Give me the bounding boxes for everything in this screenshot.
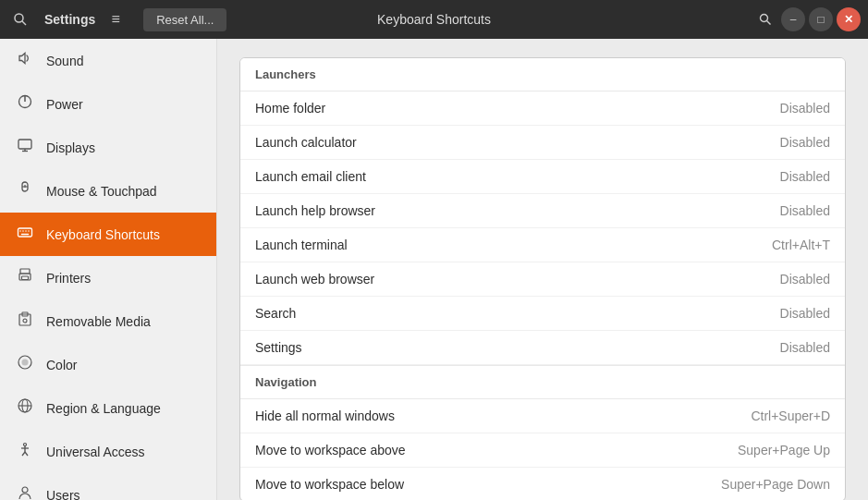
svg-point-23 xyxy=(23,319,27,323)
shortcut-value-launch-web: Disabled xyxy=(780,272,830,287)
shortcut-value-home-folder: Disabled xyxy=(780,101,830,116)
region-icon xyxy=(15,397,35,419)
shortcut-value-search: Disabled xyxy=(780,306,830,321)
svg-point-25 xyxy=(22,360,29,366)
app-name: Settings xyxy=(44,12,95,27)
power-icon xyxy=(15,93,35,115)
maximize-button[interactable]: □ xyxy=(809,7,833,31)
close-button[interactable]: ✕ xyxy=(837,7,861,31)
shortcut-value-workspace-below: Super+Page Down xyxy=(721,477,830,492)
titlebar-menu-button[interactable]: ≡ xyxy=(103,6,128,32)
shortcut-value-launch-email: Disabled xyxy=(780,169,830,184)
titlebar: Settings ≡ Reset All... Keyboard Shortcu… xyxy=(0,0,868,39)
sidebar-label-region: Region & Language xyxy=(46,401,161,416)
shortcut-value-settings: Disabled xyxy=(780,340,830,355)
shortcut-row-settings[interactable]: Settings Disabled xyxy=(240,331,845,365)
shortcut-name-launch-email: Launch email client xyxy=(255,169,780,184)
shortcut-row-home-folder[interactable]: Home folder Disabled xyxy=(240,91,845,126)
sidebar-label-removable-media: Removable Media xyxy=(46,314,151,329)
shortcut-name-workspace-below: Move to workspace below xyxy=(255,477,721,492)
sidebar-label-mouse: Mouse & Touchpad xyxy=(46,184,157,199)
shortcut-name-launch-calculator: Launch calculator xyxy=(255,135,780,150)
shortcut-row-launch-email[interactable]: Launch email client Disabled xyxy=(240,160,845,194)
shortcut-value-hide-windows: Ctrl+Super+D xyxy=(751,409,830,423)
shortcut-row-launch-calculator[interactable]: Launch calculator Disabled xyxy=(240,126,845,160)
svg-line-3 xyxy=(767,21,771,25)
shortcut-value-launch-help: Disabled xyxy=(780,203,830,218)
shortcut-name-launch-web: Launch web browser xyxy=(255,272,780,287)
shortcut-name-search: Search xyxy=(255,306,780,321)
svg-point-29 xyxy=(24,444,27,446)
shortcut-row-launch-terminal[interactable]: Launch terminal Ctrl+Alt+T xyxy=(240,228,845,262)
shortcut-row-search[interactable]: Search Disabled xyxy=(240,297,845,331)
titlebar-right: – □ ✕ xyxy=(753,7,861,31)
removable-media-icon xyxy=(15,311,35,332)
reset-all-button[interactable]: Reset All... xyxy=(143,8,226,31)
launchers-section-header: Launchers xyxy=(240,58,845,91)
shortcut-name-launch-terminal: Launch terminal xyxy=(255,238,772,252)
svg-rect-20 xyxy=(22,276,29,280)
shortcut-value-launch-terminal: Ctrl+Alt+T xyxy=(772,238,830,252)
content-area: Launchers Home folder Disabled Launch ca… xyxy=(217,39,868,500)
shortcut-name-home-folder: Home folder xyxy=(255,101,780,116)
shortcut-row-launch-help[interactable]: Launch help browser Disabled xyxy=(240,194,845,228)
window-title: Keyboard Shortcuts xyxy=(377,12,491,27)
color-icon xyxy=(15,354,35,375)
sidebar-label-displays: Displays xyxy=(46,140,95,155)
sidebar: Sound Power Displays xyxy=(0,39,217,500)
shortcut-name-launch-help: Launch help browser xyxy=(255,203,780,218)
svg-point-0 xyxy=(15,14,23,22)
sidebar-label-universal-access: Universal Access xyxy=(46,445,145,459)
sidebar-item-universal-access[interactable]: Universal Access xyxy=(0,430,216,473)
sidebar-label-printers: Printers xyxy=(46,271,91,286)
shortcut-row-workspace-below[interactable]: Move to workspace below Super+Page Down xyxy=(240,468,845,500)
navigation-section-header: Navigation xyxy=(240,365,845,399)
sidebar-item-mouse-touchpad[interactable]: Mouse & Touchpad xyxy=(0,169,216,213)
main-content: Sound Power Displays xyxy=(0,39,868,500)
svg-point-34 xyxy=(22,487,28,493)
sidebar-item-removable-media[interactable]: Removable Media xyxy=(0,299,216,343)
sidebar-item-users[interactable]: Users xyxy=(0,473,216,500)
svg-line-33 xyxy=(25,452,28,456)
shortcut-name-settings: Settings xyxy=(255,340,780,355)
svg-point-2 xyxy=(761,15,768,22)
svg-rect-6 xyxy=(18,140,31,149)
shortcut-name-hide-windows: Hide all normal windows xyxy=(255,409,751,423)
titlebar-left: Settings ≡ Reset All... xyxy=(7,6,226,32)
shortcut-row-hide-windows[interactable]: Hide all normal windows Ctrl+Super+D xyxy=(240,399,845,433)
shortcut-name-workspace-above: Move to workspace above xyxy=(255,443,738,457)
search-button[interactable] xyxy=(753,7,777,31)
shortcuts-card: Launchers Home folder Disabled Launch ca… xyxy=(239,57,846,500)
shortcut-row-launch-web[interactable]: Launch web browser Disabled xyxy=(240,262,845,297)
sidebar-label-users: Users xyxy=(46,488,80,501)
printer-icon xyxy=(15,267,35,288)
sidebar-label-keyboard: Keyboard Shortcuts xyxy=(46,227,160,242)
mouse-icon xyxy=(15,180,35,201)
sidebar-label-sound: Sound xyxy=(46,54,83,68)
svg-rect-18 xyxy=(20,269,30,274)
users-icon xyxy=(15,484,35,500)
sidebar-label-power: Power xyxy=(46,97,83,112)
sound-icon xyxy=(15,50,35,71)
sidebar-item-sound[interactable]: Sound xyxy=(0,39,216,82)
svg-line-32 xyxy=(22,452,25,456)
minimize-button[interactable]: – xyxy=(781,7,805,31)
sidebar-item-power[interactable]: Power xyxy=(0,82,216,126)
shortcut-value-workspace-above: Super+Page Up xyxy=(738,443,830,457)
shortcut-row-workspace-above[interactable]: Move to workspace above Super+Page Up xyxy=(240,433,845,468)
titlebar-search-icon[interactable] xyxy=(7,6,33,32)
sidebar-label-color: Color xyxy=(46,358,77,372)
sidebar-item-displays[interactable]: Displays xyxy=(0,126,216,169)
universal-access-icon xyxy=(15,441,35,462)
shortcut-value-launch-calculator: Disabled xyxy=(780,135,830,150)
svg-rect-12 xyxy=(18,228,32,237)
sidebar-item-color[interactable]: Color xyxy=(0,343,216,386)
sidebar-item-keyboard-shortcuts[interactable]: Keyboard Shortcuts xyxy=(0,213,216,256)
sidebar-item-region-language[interactable]: Region & Language xyxy=(0,386,216,430)
svg-line-1 xyxy=(22,21,26,25)
sidebar-item-printers[interactable]: Printers xyxy=(0,256,216,299)
displays-icon xyxy=(15,137,35,158)
keyboard-icon xyxy=(15,224,35,245)
